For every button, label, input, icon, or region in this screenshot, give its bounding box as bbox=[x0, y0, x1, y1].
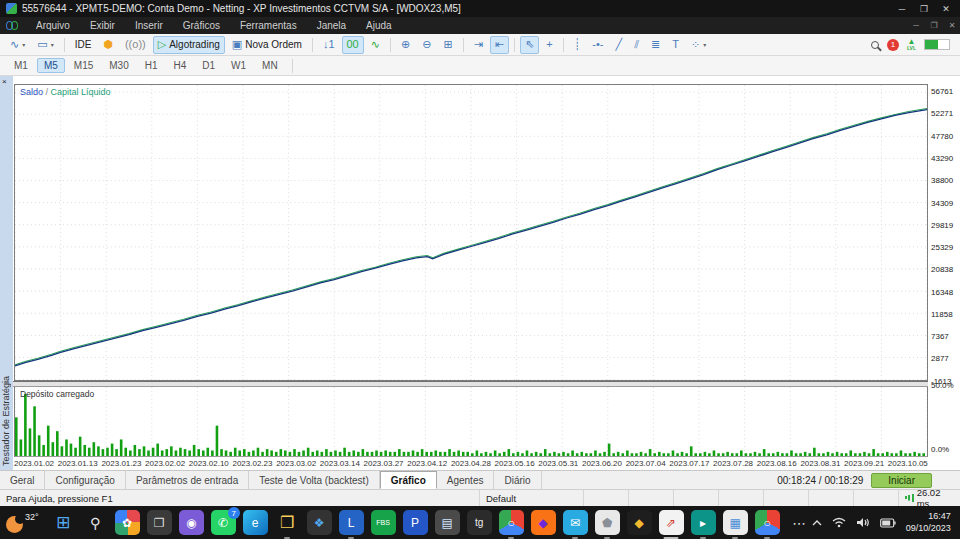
volume-icon[interactable] bbox=[856, 517, 870, 528]
child-close-button[interactable]: ✕ bbox=[944, 21, 960, 30]
child-minimize-button[interactable]: ─ bbox=[908, 21, 924, 30]
microsoft-store-icon[interactable]: ❖ bbox=[307, 510, 332, 535]
timeframe-mn[interactable]: MN bbox=[255, 58, 285, 73]
maximize-button[interactable]: ❐ bbox=[914, 4, 934, 14]
tab-teste-de-volta-backtest-[interactable]: Teste de Volta (backtest) bbox=[249, 471, 380, 489]
drawdown-histogram-panel[interactable]: Depósito carregado bbox=[14, 387, 928, 457]
x-tick-label: 2023.09.21 bbox=[844, 459, 884, 470]
crosshair-button[interactable]: + bbox=[541, 36, 557, 54]
teal-tool-icon[interactable]: ▸ bbox=[691, 510, 716, 535]
tray-chevron-icon[interactable] bbox=[812, 519, 822, 527]
menu-item-janela[interactable]: Janela bbox=[307, 20, 356, 31]
cursor-button[interactable]: ⇖ bbox=[520, 36, 539, 54]
timeframe-h1[interactable]: H1 bbox=[138, 58, 165, 73]
search-icon[interactable] bbox=[871, 41, 879, 49]
binance-icon[interactable]: ◆ bbox=[627, 510, 652, 535]
legend-capital: Capital Líquido bbox=[51, 87, 111, 97]
tester-close-icon[interactable]: × bbox=[2, 77, 7, 86]
menu-item-inserir[interactable]: Inserir bbox=[125, 20, 173, 31]
horizontal-line-button[interactable]: -•- bbox=[587, 36, 608, 54]
wifi-icon[interactable] bbox=[832, 517, 846, 528]
timeframe-m1[interactable]: M1 bbox=[7, 58, 35, 73]
vertical-line-button[interactable]: ┊ bbox=[569, 36, 586, 54]
weather-widget[interactable]: 32° bbox=[6, 512, 39, 533]
menu-bar: ArquivoExibirInserirGráficosFerramentasJ… bbox=[0, 17, 960, 34]
fbs-app-icon[interactable]: FBS bbox=[371, 510, 396, 535]
market-button[interactable]: ⬢ bbox=[98, 36, 118, 54]
timeframe-m15[interactable]: M15 bbox=[67, 58, 100, 73]
chat-app-icon[interactable]: ◉ bbox=[179, 510, 204, 535]
p-shield-app-icon[interactable]: P bbox=[403, 510, 428, 535]
menu-item-exibir[interactable]: Exibir bbox=[80, 20, 125, 31]
search-button[interactable]: ⚲ bbox=[83, 510, 108, 535]
auto-scroll-button[interactable]: ⇥ bbox=[469, 36, 488, 54]
battery-icon[interactable] bbox=[880, 518, 896, 528]
bars-chart-icon: ↓1 bbox=[323, 39, 335, 50]
line-chart-button[interactable]: ∿ bbox=[366, 36, 385, 54]
photo-viewer-icon[interactable]: ▦ bbox=[723, 510, 748, 535]
timeframe-m30[interactable]: M30 bbox=[102, 58, 135, 73]
bars-chart-button[interactable]: ↓1 bbox=[318, 36, 340, 54]
remote-desktop-icon[interactable]: ▤ bbox=[435, 510, 460, 535]
zoom-out-button[interactable]: ⊖ bbox=[417, 36, 436, 54]
menu-item-arquivo[interactable]: Arquivo bbox=[26, 20, 80, 31]
timeframe-m5[interactable]: M5 bbox=[37, 58, 65, 73]
signals-icon: ((o)) bbox=[125, 39, 146, 50]
chart-type-button[interactable]: ∿▾ bbox=[5, 36, 30, 54]
algotrading-button[interactable]: ▷Algotrading bbox=[153, 36, 225, 54]
chrome-profile-icon[interactable]: ○ bbox=[755, 510, 780, 535]
taskbar-clock[interactable]: 16:47 09/10/2023 bbox=[906, 511, 951, 534]
menu-item-ajuda[interactable]: Ajuda bbox=[356, 20, 402, 31]
nova-ordem-button[interactable]: ▣Nova Ordem bbox=[227, 36, 307, 54]
text-button[interactable]: T bbox=[667, 36, 684, 54]
mail-app-icon[interactable]: ✉ bbox=[563, 510, 588, 535]
tab-dia-rio[interactable]: Diário bbox=[494, 471, 541, 489]
trendline-icon: ╱ bbox=[616, 39, 623, 50]
timeframe-w1[interactable]: W1 bbox=[224, 58, 253, 73]
equity-chart-panel[interactable]: Saldo / Capital Líquido bbox=[14, 84, 928, 381]
signals-button[interactable]: ((o)) bbox=[120, 36, 151, 54]
tab-para-metros-de-entrada[interactable]: Parâmetros de entrada bbox=[126, 471, 249, 489]
lvl-indicator[interactable]: ▲ LVL bbox=[907, 38, 916, 51]
equidistant-button[interactable]: ≣ bbox=[646, 36, 665, 54]
file-explorer-icon[interactable]: ❒ bbox=[275, 510, 300, 535]
tab-agentes[interactable]: Agentes bbox=[437, 471, 495, 489]
indicator-window-button[interactable]: ▭▾ bbox=[32, 36, 58, 54]
start-button[interactable]: Iniciar bbox=[871, 473, 932, 488]
mt5-logo-icon bbox=[6, 21, 18, 30]
task-view-icon[interactable]: ❐ bbox=[147, 510, 172, 535]
metatrader-icon[interactable]: ⇗ bbox=[659, 510, 684, 535]
shapes-button[interactable]: ⁘▾ bbox=[686, 36, 711, 54]
whatsapp-icon[interactable]: ✆7 bbox=[211, 510, 236, 535]
timeframe-h4[interactable]: H4 bbox=[167, 58, 194, 73]
security-shield-icon[interactable]: ◆ bbox=[531, 510, 556, 535]
menu-item-ferramentas[interactable]: Ferramentas bbox=[230, 20, 307, 31]
l-app-icon[interactable]: L bbox=[339, 510, 364, 535]
taskbar-overflow-button[interactable]: ⋯ bbox=[787, 510, 812, 535]
child-restore-button[interactable]: ❐ bbox=[926, 21, 942, 30]
tab-geral[interactable]: Geral bbox=[0, 471, 45, 489]
start-button[interactable]: ⊞ bbox=[51, 510, 76, 535]
menu-item-gra-ficos[interactable]: Gráficos bbox=[173, 20, 230, 31]
edge-icon[interactable]: e bbox=[243, 510, 268, 535]
tile-windows-button[interactable]: ⊞ bbox=[438, 36, 457, 54]
profile-cell[interactable]: Default bbox=[480, 490, 584, 506]
candles-chart-button[interactable]: 00 bbox=[342, 36, 364, 54]
channel-button[interactable]: ⫽ bbox=[629, 36, 644, 54]
tab-gra-fico[interactable]: Gráfico bbox=[380, 471, 437, 489]
close-button[interactable]: ✕ bbox=[936, 4, 956, 14]
telegram-desktop-icon[interactable]: tg bbox=[467, 510, 492, 535]
zoom-in-button[interactable]: ⊕ bbox=[396, 36, 415, 54]
ide-button[interactable]: IDE bbox=[70, 36, 97, 54]
photos-app-icon[interactable]: ✿ bbox=[115, 510, 140, 535]
chart-shift-button[interactable]: ⇤ bbox=[490, 36, 509, 54]
antivirus-shield-icon[interactable]: ⬟ bbox=[595, 510, 620, 535]
trendline-button[interactable]: ╱ bbox=[611, 36, 628, 54]
tab-configurac-a-o[interactable]: Configuração bbox=[45, 471, 125, 489]
notification-badge[interactable]: 1 bbox=[887, 39, 899, 51]
chevron-down-icon: ▾ bbox=[22, 41, 25, 48]
minimize-button[interactable]: ─ bbox=[892, 4, 912, 14]
chrome-icon[interactable]: ○ bbox=[499, 510, 524, 535]
timeframe-d1[interactable]: D1 bbox=[195, 58, 222, 73]
y-tick-label: 47780 bbox=[931, 132, 953, 141]
